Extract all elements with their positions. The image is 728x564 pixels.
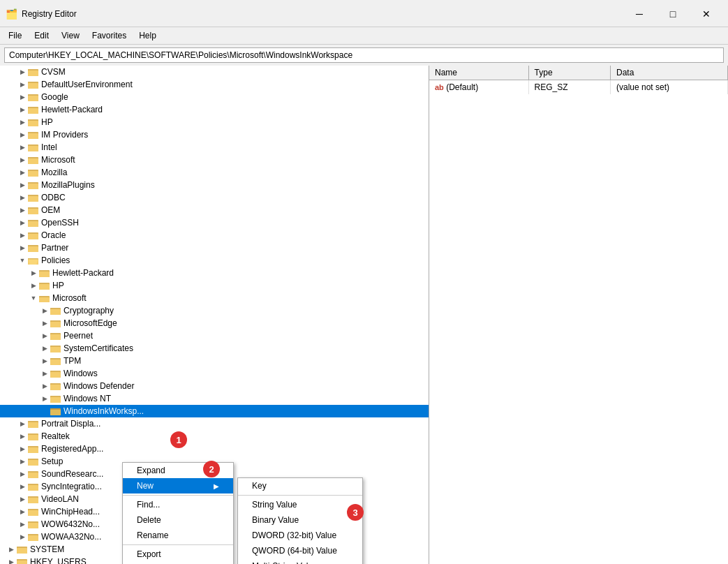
expand-btn[interactable]: ▶ [17,481,28,492]
tree-item-policies[interactable]: ▼ Policies [0,254,429,267]
context-menu-new[interactable]: New ▶ [123,478,233,493]
tree-item-odbc[interactable]: ▶ ODBC [0,191,429,204]
expand-btn[interactable]: ▶ [17,531,28,542]
expand-btn[interactable]: ▶ [17,230,28,241]
tree-panel[interactable]: ▶ CVSM ▶ DefaultUserEnvironment ▶ Google… [0,66,429,564]
tree-item-windowsink[interactable]: ▶ WindowsInkWorksp... [0,405,429,417]
tree-item-mozilla[interactable]: ▶ Mozilla [0,166,429,179]
tree-item-oem[interactable]: ▶ OEM [0,204,429,216]
expand-btn[interactable]: ▶ [17,418,28,429]
expand-btn[interactable]: ▶ [17,192,28,203]
tree-item-google[interactable]: ▶ Google [0,91,429,103]
tree-item-microsoft-root[interactable]: ▶ Microsoft [0,154,429,166]
expand-btn[interactable]: ▶ [17,167,28,178]
sub-menu-binary-value[interactable]: Binary Value [238,512,362,528]
folder-icon [28,218,39,228]
tree-item-registeredapp[interactable]: ▶ RegisteredApp... [0,443,429,455]
expand-btn[interactable]: ▶ [39,355,50,366]
maximize-button[interactable]: □ [657,4,689,24]
tree-item-oracle[interactable]: ▶ Oracle [0,229,429,242]
expand-btn[interactable]: ▶ [17,506,28,517]
expand-btn[interactable]: ▼ [28,292,39,304]
expand-btn[interactable]: ▶ [17,519,28,530]
tree-item-policies-hp2[interactable]: ▶ HP [0,279,429,292]
expand-btn[interactable]: ▶ [17,179,28,191]
minimize-button[interactable]: ─ [623,4,655,24]
expand-btn[interactable]: ▶ [6,556,17,564]
expand-btn[interactable]: ▶ [17,79,28,90]
menu-help[interactable]: Help [133,29,162,43]
context-menu-find[interactable]: Find... [123,497,233,512]
value-data: (value not set) [610,80,727,94]
tree-item-policies-hp[interactable]: ▶ Hewlett-Packard [0,267,429,279]
tree-item-partner[interactable]: ▶ Partner [0,242,429,254]
svg-rect-54 [39,283,44,284]
expand-btn[interactable]: ▶ [17,443,28,454]
expand-btn[interactable]: ▼ [17,255,28,266]
menu-favorites[interactable]: Favorites [87,29,132,43]
expand-btn[interactable]: ▶ [39,368,50,379]
expand-btn[interactable]: ▶ [28,280,39,291]
expand-btn[interactable]: ▶ [17,242,28,253]
expand-btn[interactable]: ▶ [39,393,50,404]
tree-item-hp[interactable]: ▶ HP [0,116,429,128]
tree-item-peernet[interactable]: ▶ Peernet [0,329,429,342]
sub-menu-dword[interactable]: DWORD (32-bit) Value [238,528,362,543]
expand-btn[interactable]: ▶ [17,142,28,153]
folder-icon [28,80,39,89]
context-menu-expand[interactable]: Expand [123,463,233,478]
sub-menu-key[interactable]: Key [238,478,362,493]
tree-item-tpm[interactable]: ▶ TPM [0,355,429,367]
expand-btn[interactable]: ▶ [39,330,50,341]
value-type: REG_SZ [528,80,610,94]
expand-btn[interactable]: ▶ [39,380,50,392]
expand-btn[interactable]: ▶ [39,343,50,354]
tree-item-improviders[interactable]: ▶ IM Providers [0,128,429,141]
menu-edit[interactable]: Edit [29,29,54,43]
sub-menu-multistring[interactable]: Multi-String Value [238,558,362,564]
expand-btn[interactable]: ▶ [17,468,28,480]
tree-item-cvsm[interactable]: ▶ CVSM [0,66,429,78]
context-menu-delete[interactable]: Delete [123,512,233,528]
folder-icon [50,381,61,391]
tree-item-intel[interactable]: ▶ Intel [0,141,429,154]
tree-item-windows[interactable]: ▶ Windows [0,367,429,380]
expand-btn[interactable]: ▶ [17,91,28,103]
sub-menu-string-value[interactable]: String Value [238,497,362,512]
tree-item-realtek[interactable]: ▶ Realtek [0,430,429,443]
tree-item-systemcerts[interactable]: ▶ SystemCertificates [0,342,429,355]
item-label: ODBC [41,193,66,202]
tree-item-openssh[interactable]: ▶ OpenSSH [0,216,429,229]
close-button[interactable]: ✕ [690,4,722,24]
expand-btn[interactable]: ▶ [17,493,28,505]
expand-btn[interactable]: ▶ [6,544,17,555]
menu-file[interactable]: File [3,29,27,43]
expand-btn[interactable]: ▶ [28,267,39,279]
expand-btn[interactable]: ▶ [17,104,28,115]
expand-btn[interactable]: ▶ [17,217,28,228]
folder-icon [50,406,61,416]
expand-btn[interactable]: ▶ [39,318,50,329]
expand-btn[interactable]: ▶ [17,129,28,140]
expand-btn[interactable]: ▶ [17,205,28,216]
tree-item-policies-microsoft[interactable]: ▼ Microsoft [0,292,429,304]
tree-item-defaultuserenv[interactable]: ▶ DefaultUserEnvironment [0,78,429,91]
context-menu-rename[interactable]: Rename [123,528,233,543]
expand-btn[interactable]: ▶ [17,66,28,77]
tree-item-hewlett-packard[interactable]: ▶ Hewlett-Packard [0,103,429,116]
menu-view[interactable]: View [56,29,85,43]
value-row-default[interactable]: ab (Default) REG_SZ (value not set) [429,80,728,94]
tree-item-mozillaplugins[interactable]: ▶ MozillaPlugins [0,179,429,191]
context-menu-export[interactable]: Export [123,547,233,562]
tree-item-windows-defender[interactable]: ▶ Windows Defender [0,380,429,392]
expand-btn[interactable]: ▶ [17,431,28,442]
expand-btn[interactable]: ▶ [39,305,50,316]
expand-btn[interactable]: ▶ [17,456,28,467]
tree-item-cryptography[interactable]: ▶ Cryptography [0,304,429,317]
tree-item-portrait[interactable]: ▶ Portrait Displa... [0,417,429,430]
tree-item-windows-nt[interactable]: ▶ Windows NT [0,392,429,405]
sub-menu-qword[interactable]: QWORD (64-bit) Value [238,543,362,558]
expand-btn[interactable]: ▶ [17,117,28,128]
tree-item-microsoftedge[interactable]: ▶ MicrosoftEdge [0,317,429,329]
expand-btn[interactable]: ▶ [17,154,28,165]
